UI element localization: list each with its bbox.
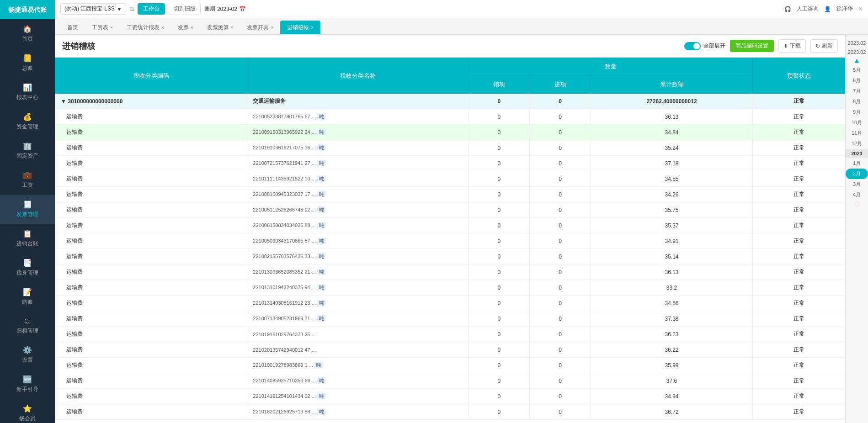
panel-month-11[interactable]: 11月 — [846, 128, 868, 138]
panel-month-current[interactable]: 2月 — [846, 169, 868, 179]
user-label[interactable]: 徐泽华 — [836, 5, 853, 13]
sidebar-item-label: 新手引导 — [16, 386, 38, 393]
table-row[interactable]: 运输费 221013101943240375 94 ... 吨 0 0 33.2… — [55, 280, 845, 296]
tab-close-icon[interactable]: × — [110, 25, 113, 30]
sidebar-item-settlement[interactable]: 📝 结账 — [0, 282, 55, 312]
table-cell-cumulative: 34.56 — [591, 296, 752, 311]
tab-close-icon[interactable]: × — [271, 25, 273, 30]
table-row[interactable]: 运输费 221005233817801765 67 ... 吨 0 0 36.1… — [55, 109, 845, 125]
panel-month-3[interactable]: 3月 — [846, 179, 868, 190]
sidebar-item-salary[interactable]: 💼 工资 — [0, 165, 55, 195]
switch-version-button[interactable]: 切到旧版 — [169, 3, 201, 15]
download-button[interactable]: ⬇ 下载 — [778, 39, 806, 53]
table-cell-status: 正常 — [753, 249, 845, 264]
panel-date-2[interactable]: 2023.02 — [846, 48, 868, 57]
tab-purchase-sales[interactable]: 进销稽核 × — [280, 21, 320, 34]
tab-home[interactable]: 首页 — [60, 21, 85, 34]
product-code-settings-button[interactable]: 商品编码设置 — [730, 40, 774, 52]
tab-close-icon[interactable]: × — [191, 25, 193, 30]
sidebar: 畅捷通易代账 🏠 首页 📒 总账 📊 报表中心 💰 资金管理 🏢 固定资产 💼 … — [0, 0, 55, 423]
support-label[interactable]: 人工咨询 — [797, 5, 819, 13]
calendar-icon[interactable]: 📅 — [239, 6, 246, 12]
table-row[interactable]: 运输费 221013140308161912 23 ... 吨 0 0 34.5… — [55, 296, 845, 311]
panel-month-4[interactable]: 4月 — [846, 190, 868, 200]
panel-month-7[interactable]: 7月 — [846, 86, 868, 96]
table-cell-sales: 0 — [469, 358, 530, 373]
table-row[interactable]: 运输费 221006150834034026 88 ... 吨 0 0 35.3… — [55, 218, 845, 233]
panel-month-8[interactable]: 8月 — [846, 96, 868, 107]
copy-icon[interactable]: ⧉ — [130, 5, 134, 13]
table-cell-name: 运输费 — [55, 109, 247, 125]
panel-month-1[interactable]: 1月 — [846, 158, 868, 169]
table-cell-cumulative: 35.14 — [591, 249, 752, 264]
col-tax-name: 税收分类名称 — [247, 58, 469, 94]
toggle-switch[interactable] — [684, 42, 701, 50]
table-row[interactable]: 运输费 221019103619217075 36 ... 吨 0 0 35.2… — [55, 140, 845, 156]
sidebar-item-settings[interactable]: ⚙️ 设置 — [0, 340, 55, 370]
table-row[interactable]: 运输费 221002155703576436 33 ... 吨 0 0 35.1… — [55, 249, 845, 264]
tab-close-icon[interactable]: × — [311, 25, 314, 30]
tab-close-icon[interactable]: × — [161, 25, 164, 30]
tab-salary[interactable]: 工资表 × — [85, 21, 120, 34]
table-cell-code2: 221020135742940012 47 ... — [247, 342, 469, 358]
table-cell-name: 运输费 — [55, 125, 247, 140]
tab-invoice[interactable]: 发票 × — [171, 21, 200, 34]
table-cell-purchase: 0 — [530, 156, 591, 171]
panel-month-6[interactable]: 6月 — [846, 75, 868, 86]
sidebar-item-reports[interactable]: 📊 报表中心 — [0, 78, 55, 107]
sidebar-item-assets[interactable]: 🏢 固定资产 — [0, 136, 55, 165]
table-row[interactable]: 运输费 221014191254101434 02 ... 吨 0 0 34.9… — [55, 389, 845, 404]
table-row[interactable]: 运输费 221007134905231969 31 ... 吨 0 0 37.3… — [55, 311, 845, 327]
table-row[interactable]: 运输费 221007215737621941 27 ... 吨 0 0 37.1… — [55, 156, 845, 171]
sidebar-item-archive[interactable]: 🗂 归档管理 — [0, 312, 55, 340]
refresh-button[interactable]: ↻ 刷新 — [810, 39, 838, 53]
tab-invoice-open[interactable]: 发票开具 × — [240, 21, 280, 34]
refresh-icon: ↻ — [815, 43, 820, 49]
table-cell-name: 运输费 — [55, 296, 247, 311]
table-row[interactable]: 运输费 221005112528266748 02 ... 吨 0 0 35.7… — [55, 202, 845, 218]
panel-date-1[interactable]: 2023.02 — [846, 38, 868, 48]
sales-icon: 📋 — [23, 229, 32, 238]
sidebar-item-guide[interactable]: 🆕 新手引导 — [0, 370, 55, 399]
table-cell-sales: 0 — [469, 156, 530, 171]
table-row[interactable]: ▼ 301000000000000000 交通运输服务 0 0 27262.40… — [55, 94, 845, 109]
panel-month-10[interactable]: 10月 — [846, 117, 868, 128]
table-cell-name: 运输费 — [55, 280, 247, 296]
sidebar-item-capital[interactable]: 💰 资金管理 — [0, 107, 55, 136]
sidebar-item-member[interactable]: ⭐ 畅会员 — [0, 399, 55, 423]
sidebar-item-tax[interactable]: 📑 税务管理 — [0, 253, 55, 282]
expand-toggle[interactable]: 全部展开 — [684, 42, 725, 50]
table-row[interactable]: 运输费 221005090343170865 87 ... 吨 0 0 34.9… — [55, 233, 845, 249]
table-cell-purchase: 0 — [530, 218, 591, 233]
panel-up-arrow[interactable]: ▲ — [853, 57, 861, 65]
panel-month-12[interactable]: 12月 — [846, 138, 868, 149]
table-row[interactable]: 运输费 221009150313965922 24 ... 吨 0 0 34.8… — [55, 125, 845, 140]
table-row[interactable]: 运输费 221013093652085352 21 ... 吨 0 0 36.1… — [55, 264, 845, 280]
tab-invoice-calc[interactable]: 发票测算 × — [200, 21, 240, 34]
tab-close-icon[interactable]: × — [231, 25, 234, 30]
settlement-icon: 📝 — [23, 288, 32, 296]
sidebar-item-ledger[interactable]: 📒 总账 — [0, 48, 55, 78]
sidebar-item-label: 总账 — [22, 64, 33, 72]
table-row[interactable]: 运输费 221014085935710353 66 ... 吨 0 0 37.6… — [55, 373, 845, 389]
sidebar-item-home[interactable]: 🏠 首页 — [0, 19, 55, 48]
table-row[interactable]: 运输费 221018202126925719 58 ... 吨 0 0 36.7… — [55, 404, 845, 420]
table-cell-cumulative: 33.2 — [591, 280, 752, 296]
panel-month-5[interactable]: 5月 — [846, 65, 868, 75]
sidebar-item-sales[interactable]: 📋 进销台账 — [0, 224, 55, 253]
table-row[interactable]: 运输费 221008100945323037 17 ... 吨 0 0 34.2… — [55, 187, 845, 202]
company-selector[interactable]: (勿动) 江西报宝-LSS ▼ — [60, 3, 126, 15]
tab-salary-report[interactable]: 工资统计报表 × — [120, 21, 171, 34]
table-cell-sales: 0 — [469, 373, 530, 389]
ledger-icon: 📒 — [23, 54, 32, 63]
table-cell-status: 正常 — [753, 171, 845, 187]
sidebar-item-invoice[interactable]: 🧾 发票管理 — [0, 195, 55, 224]
panel-month-9[interactable]: 9月 — [846, 107, 868, 117]
table-row[interactable]: 运输费 221010019278983869 1 ... 吨 0 0 35.99… — [55, 358, 845, 373]
sidebar-item-label: 结账 — [22, 298, 33, 306]
close-icon[interactable]: × — [858, 5, 863, 13]
table-row[interactable]: 运输费 221020135742940012 47 ... 0 0 36.22 … — [55, 342, 845, 358]
table-row[interactable]: 运输费 221019161029764373 25 ... 0 0 36.23 … — [55, 327, 845, 342]
workspace-button[interactable]: 工作台 — [138, 3, 165, 15]
table-row[interactable]: 运输费 221011111435921522 10 ... 吨 0 0 34.5… — [55, 171, 845, 187]
